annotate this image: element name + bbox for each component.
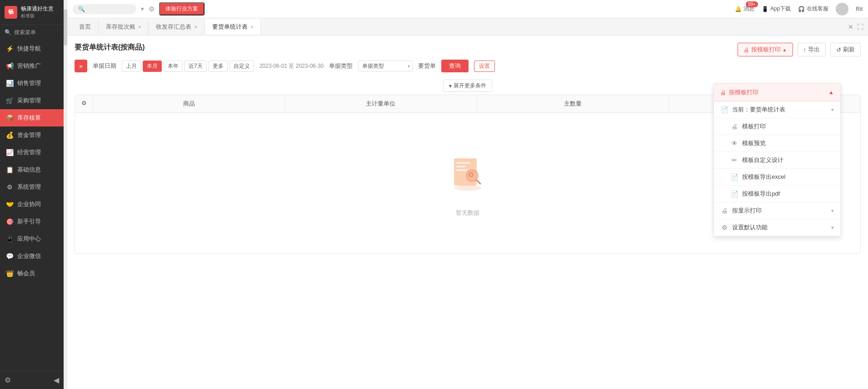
query-button[interactable]: 查询 <box>441 60 469 72</box>
sidebar-item-basic[interactable]: 📋 基础信息 <box>0 161 64 178</box>
sidebar-scrollbar[interactable] <box>64 0 67 389</box>
sidebar-item-finance[interactable]: 💰 资金管理 <box>0 126 64 144</box>
prev-month-btn[interactable]: 上月 <box>122 61 141 72</box>
export-button[interactable]: ↑ 导出 <box>798 43 826 56</box>
dropdown-template-excel[interactable]: 📄 按模板导出excel <box>714 169 840 186</box>
order-type-select[interactable]: 单据类型 <box>358 61 413 71</box>
sidebar-item-member[interactable]: 👑 畅会员 <box>0 265 64 282</box>
sidebar-item-label: 系统管理 <box>17 183 41 191</box>
dropdown-chevron-up[interactable]: ▲ <box>828 89 834 96</box>
topbar-search[interactable]: 🔍 <box>73 4 136 14</box>
sidebar-item-guide[interactable]: 🎯 新手引导 <box>0 213 64 230</box>
tab-home[interactable]: 首页 <box>72 19 99 35</box>
tab-order-stats-close[interactable]: × <box>250 24 253 30</box>
order-type-select-wrap: 单据类型 <box>358 61 413 71</box>
topbar-actions: 🔔 消息 99+ 📱 App下载 🎧 在线客服 Rit <box>735 3 863 15</box>
dropdown-template-design[interactable]: ✏ 模板自定义设计 <box>714 152 840 169</box>
topbar-gear-icon[interactable]: ⚙ <box>149 5 155 13</box>
current-month-btn[interactable]: 本月 <box>143 61 162 72</box>
custom-btn[interactable]: 自定义 <box>229 61 254 72</box>
collab-icon: 🤝 <box>5 201 14 208</box>
trial-button[interactable]: 体验行业方案 <box>159 2 205 15</box>
more-btn[interactable]: 更多 <box>209 61 228 72</box>
topbar-dropdown-icon[interactable]: ▾ <box>141 5 144 12</box>
sidebar-item-inventory[interactable]: 📦 库存核算 <box>0 109 64 126</box>
search-icon: 🔍 <box>5 29 11 35</box>
current-arrow-icon: ▾ <box>831 107 834 113</box>
expand-more-btn[interactable]: ▾ 展开更多条件 <box>443 80 492 92</box>
marketing-icon: 📢 <box>5 62 14 70</box>
sidebar-item-marketing[interactable]: 📢 营销推广 <box>0 57 64 75</box>
date-label: 单据日期 <box>93 62 116 70</box>
settings-button[interactable]: 设置 <box>474 61 495 72</box>
sidebar-item-sales[interactable]: 📊 销售管理 <box>0 75 64 92</box>
svg-line-7 <box>477 180 480 184</box>
sidebar-item-apps[interactable]: 📱 应用中心 <box>0 230 64 248</box>
sidebar-item-collab[interactable]: 🤝 企业协同 <box>0 196 64 213</box>
tab-order-stats-label: 要货单统计表 <box>212 23 248 31</box>
current-template-icon: 📄 <box>720 106 728 113</box>
username-label: Rit <box>856 6 863 12</box>
tab-receipt-summary[interactable]: 收发存汇总表 × <box>149 19 205 35</box>
dropdown-template-pdf[interactable]: 📄 按模板导出pdf <box>714 186 840 202</box>
collapse-icon[interactable]: ◀ <box>54 376 59 384</box>
current-year-btn[interactable]: 本年 <box>164 61 183 72</box>
tab-home-label: 首页 <box>79 23 91 31</box>
col-unit: 主计量单位 <box>285 95 477 112</box>
sidebar-item-operations[interactable]: 📈 经营管理 <box>0 144 64 161</box>
dropdown-template-print[interactable]: 🖨 模板打印 <box>714 118 840 135</box>
quick-nav-icon: ⚡ <box>5 45 14 52</box>
sidebar-item-label: 企业协同 <box>17 200 41 208</box>
sidebar-item-purchase[interactable]: 🛒 采购管理 <box>0 92 64 109</box>
print-icon: 🖨 <box>743 46 749 53</box>
basic-icon: 📋 <box>5 166 14 173</box>
sidebar-nav: ⚡ 快捷导航 📢 营销推广 📊 销售管理 🛒 采购管理 📦 库存核算 💰 资金管… <box>0 40 64 371</box>
dropdown-current[interactable]: 📄 当前：要货单统计表 ▾ <box>714 101 840 118</box>
settings-footer-icon[interactable]: ⚙ <box>5 376 11 384</box>
sidebar-item-label: 资金管理 <box>17 131 41 139</box>
phone-icon: 📱 <box>762 6 768 12</box>
col-settings[interactable]: ⚙ <box>75 95 93 112</box>
tab-batch-account[interactable]: 库存批次账 × <box>99 19 149 35</box>
tab-batch-account-close[interactable]: × <box>138 24 141 30</box>
app-download-btn[interactable]: 📱 App下载 <box>762 5 791 13</box>
svg-rect-3 <box>456 166 465 167</box>
bell-icon: 🔔 <box>735 6 742 12</box>
tab-order-stats[interactable]: 要货单统计表 × <box>205 19 261 35</box>
svg-point-0 <box>454 185 481 191</box>
sidebar-item-label: 采购管理 <box>17 96 41 105</box>
dropdown-header-actions: ▲ <box>828 89 834 96</box>
operations-icon: 📈 <box>5 149 14 156</box>
logo-icon: 畅 <box>5 6 17 19</box>
toolbar-right: 🖨 按模板打印 ▲ ↑ 导出 ↺ 刷新 <box>738 43 861 56</box>
sidebar-item-label: 基础信息 <box>17 166 41 174</box>
close-all-icon[interactable]: ✕ <box>848 23 853 30</box>
dropdown-template-preview[interactable]: 👁 模板预览 <box>714 135 840 152</box>
sidebar-footer: ⚙ ◀ <box>0 371 64 389</box>
sidebar: 畅 畅康通好生意 标准版 🔍 搜索菜单 ⚡ 快捷导航 📢 营销推广 📊 销售管理… <box>0 0 64 389</box>
topbar-search-icon: 🔍 <box>78 6 85 12</box>
filter-expand-btn[interactable]: » <box>75 60 87 72</box>
sidebar-search-item[interactable]: 🔍 搜索菜单 <box>0 25 64 40</box>
expand-icon: ▾ <box>449 83 452 89</box>
last7-btn[interactable]: 近7天 <box>185 61 207 72</box>
dropdown-title: 🖨 按模板打印 <box>720 88 758 96</box>
template-preview-icon: 👁 <box>730 140 738 147</box>
online-service-btn[interactable]: 🎧 在线客服 <box>798 5 828 13</box>
tab-receipt-summary-close[interactable]: × <box>194 24 197 30</box>
sales-icon: 📊 <box>5 80 14 87</box>
print-template-button[interactable]: 🖨 按模板打印 ▲ <box>738 43 793 56</box>
maximize-icon[interactable]: ⛶ <box>857 23 863 30</box>
dropdown-set-default[interactable]: ⚙ 设置默认功能 ▾ <box>714 219 840 236</box>
dropdown-display-print[interactable]: 🖨 按显示打印 ▾ <box>714 202 840 219</box>
notifications-btn[interactable]: 🔔 消息 99+ <box>735 5 754 13</box>
topbar: 🔍 ▾ ⚙ 体验行业方案 🔔 消息 99+ 📱 App下载 🎧 在线客服 Rit <box>67 0 868 18</box>
sidebar-item-label: 库存核算 <box>17 114 41 122</box>
sidebar-item-label: 营销推广 <box>17 62 41 70</box>
refresh-button[interactable]: ↺ 刷新 <box>830 43 861 56</box>
user-avatar[interactable] <box>836 3 848 15</box>
sidebar-item-quick-nav[interactable]: ⚡ 快捷导航 <box>0 40 64 57</box>
col-product: 商品 <box>93 95 285 112</box>
sidebar-item-wechat[interactable]: 💬 企业微信 <box>0 248 64 265</box>
sidebar-item-system[interactable]: ⚙ 系统管理 <box>0 178 64 196</box>
